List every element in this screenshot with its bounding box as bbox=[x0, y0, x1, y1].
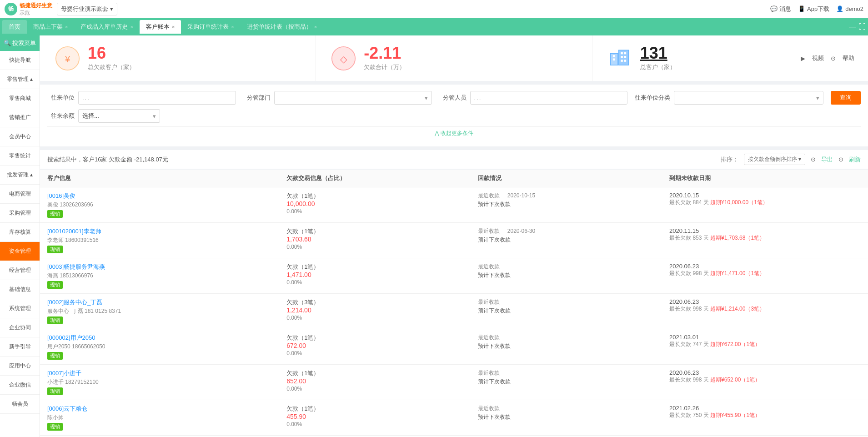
refresh-btn[interactable]: 刷新 bbox=[849, 156, 861, 164]
sidebar-item-quick-nav[interactable]: 快捷导航 bbox=[0, 51, 40, 70]
overdue-days-1: 最长欠款 884 天 超期¥10,000.00（1笔） bbox=[669, 199, 861, 206]
filter-unit-category-select[interactable]: ▾ bbox=[674, 91, 823, 105]
sidebar-item-member-plus[interactable]: 畅会员 bbox=[0, 395, 40, 414]
tab-purchase-stats[interactable]: 进货单统计表（按商品） × bbox=[241, 20, 323, 34]
overdue-amount-6[interactable]: 超期¥652.00（1笔） bbox=[710, 377, 760, 383]
customer-tag-3: 现销 bbox=[47, 281, 63, 289]
debt-cell-6: 欠款（1笔） 652.00 0.00% bbox=[286, 369, 478, 392]
overdue-amount-4[interactable]: 超期¥1,214.00（3笔） bbox=[710, 306, 765, 312]
user-avatar[interactable]: 👤 demo2 bbox=[836, 5, 863, 12]
overdue-amount-3[interactable]: 超期¥1,471.00（1笔） bbox=[710, 270, 765, 276]
sidebar-item-retail-stats[interactable]: 零售统计 bbox=[0, 146, 40, 166]
filter-area: 往来单位 ... 分管部门 ▾ 分管人员 ... bbox=[40, 85, 868, 146]
tab-right-btns: — ⛶ bbox=[849, 23, 866, 31]
sidebar-search[interactable]: 🔍 搜索菜单 bbox=[0, 35, 40, 51]
customer-name-7[interactable]: [0006]云下粮仓 bbox=[47, 405, 87, 412]
filter-balance-select[interactable]: 选择... ▾ bbox=[78, 109, 160, 123]
filter-unit-category: 往来单位分类 ▾ bbox=[635, 91, 823, 105]
table-header: 客户信息 欠款交易信息（占比） 回款情况 到期未收款日期 bbox=[40, 170, 868, 187]
customer-name-5[interactable]: [000002]用户2050 bbox=[47, 334, 95, 341]
tab-home[interactable]: 首页 bbox=[2, 20, 27, 34]
sidebar-item-enterprise[interactable]: 企业协同 bbox=[0, 318, 40, 337]
export-icon: ⊙ bbox=[811, 156, 816, 163]
stat-card-total-debt: ◇ -2.11 欠款合计（万） bbox=[316, 35, 592, 81]
customer-sub-2: 李老师 18600391516 bbox=[47, 236, 286, 244]
view-video-label[interactable]: 视频 bbox=[812, 54, 824, 62]
sidebar-item-purchase[interactable]: 采购管理 bbox=[0, 204, 40, 223]
collapse-bar[interactable]: ⋀ 收起更多条件 bbox=[47, 126, 861, 140]
filter-dept-select[interactable]: ▾ bbox=[274, 91, 432, 105]
customer-name-2[interactable]: [0001020001]李老师 bbox=[47, 228, 101, 235]
sidebar-item-marketing[interactable]: 营销推广 bbox=[0, 108, 40, 127]
tab-minimize-icon[interactable]: — bbox=[849, 23, 856, 31]
recovery-cell-6: 最近收款 预计下次收款 bbox=[478, 369, 669, 386]
sort-select[interactable]: 按欠款金额倒序排序 ▾ bbox=[744, 154, 805, 165]
stat-icon-total-customers bbox=[606, 45, 633, 72]
overdue-days-3: 最长欠款 998 天 超期¥1,471.00（1笔） bbox=[669, 270, 861, 277]
sidebar-item-basic-info[interactable]: 基础信息 bbox=[0, 280, 40, 299]
sidebar-item-retail-mall[interactable]: 零售商城 bbox=[0, 89, 40, 108]
stat-number-total-debt: -2.11 bbox=[364, 45, 578, 61]
app-download-btn[interactable]: 📱 App下载 bbox=[798, 5, 829, 13]
tab-purchase-stats-close[interactable]: × bbox=[314, 24, 317, 30]
next-recovery-4: 预计下次收款 bbox=[478, 307, 669, 315]
sidebar-item-operation[interactable]: 经营管理 bbox=[0, 261, 40, 280]
company-name: 母婴行业演示账套 bbox=[61, 5, 108, 13]
company-selector[interactable]: 母婴行业演示账套 ▾ bbox=[57, 3, 117, 15]
sidebar-item-app-center[interactable]: 应用中心 bbox=[0, 357, 40, 376]
tab-production[interactable]: 产成品入库单历史 × bbox=[74, 20, 139, 34]
stat-card-right: ▶ 视频 ⊙ 帮助 bbox=[801, 54, 854, 62]
recovery-label-2: 最近收款 2020-06-30 bbox=[478, 227, 669, 235]
sidebar-item-finance[interactable]: 资金管理 bbox=[0, 242, 40, 261]
export-btn[interactable]: 导出 bbox=[821, 156, 833, 164]
tab-bar: 首页 商品上下架 × 产成品入库单历史 × 客户账本 × 采购订单统计表 × 进… bbox=[0, 18, 868, 35]
sort-value: 按欠款金额倒序排序 bbox=[748, 156, 797, 162]
overdue-amount-7[interactable]: 超期¥455.90（1笔） bbox=[710, 412, 760, 418]
recovery-label-6: 最近收款 bbox=[478, 369, 669, 377]
help-label[interactable]: 帮助 bbox=[843, 54, 854, 62]
message-btn[interactable]: 💬 消息 bbox=[770, 5, 791, 13]
sidebar-item-enterprise-wechat[interactable]: 企业微信 bbox=[0, 376, 40, 395]
overdue-date-6: 2020.06.23 bbox=[669, 369, 861, 376]
tab-purchase-order-close[interactable]: × bbox=[231, 24, 234, 30]
tab-goods-close[interactable]: × bbox=[65, 24, 68, 30]
debt-amount-3: 1,471.00 bbox=[286, 271, 311, 278]
app-icon: 📱 bbox=[798, 5, 805, 12]
filter-balance: 往来余额 选择... ▾ bbox=[47, 109, 861, 123]
customer-name-1[interactable]: [0016]吴俊 bbox=[47, 192, 75, 199]
top-bar-left: 畅 畅捷通好生意 示范 母婴行业演示账套 ▾ bbox=[5, 2, 117, 16]
search-button[interactable]: 查询 bbox=[831, 91, 861, 105]
customer-name-3[interactable]: [0003]畅捷服务尹海燕 bbox=[47, 263, 105, 270]
balance-value: 选择... bbox=[82, 112, 99, 120]
tab-maximize-icon[interactable]: ⛶ bbox=[858, 23, 866, 31]
sidebar-item-ecommerce[interactable]: 电商管理 bbox=[0, 185, 40, 204]
filter-person-input[interactable]: ... bbox=[470, 91, 628, 105]
tab-goods[interactable]: 商品上下架 × bbox=[27, 20, 74, 34]
customer-sub-6: 小进千 18279152100 bbox=[47, 378, 286, 386]
tab-production-close[interactable]: × bbox=[130, 24, 133, 30]
stat-icon-debtors: ¥ bbox=[54, 45, 81, 72]
view-video-icon: ▶ bbox=[801, 55, 805, 62]
sidebar-item-system[interactable]: 系统管理 bbox=[0, 299, 40, 318]
sidebar-item-inventory[interactable]: 库存核算 bbox=[0, 223, 40, 242]
overdue-amount-1[interactable]: 超期¥10,000.00（1笔） bbox=[710, 199, 768, 206]
svg-rect-5 bbox=[619, 50, 629, 65]
main-content: ¥ 16 总欠款客户（家） ◇ -2.11 欠款合计（ bbox=[40, 35, 868, 437]
avatar-icon: 👤 bbox=[836, 5, 843, 12]
filter-from-unit-input[interactable]: ... bbox=[78, 91, 236, 105]
tab-customer-account[interactable]: 客户账本 × bbox=[140, 20, 181, 34]
customer-name-4[interactable]: [0002]服务中心_丁磊 bbox=[47, 299, 102, 306]
overdue-amount-2[interactable]: 超期¥1,703.68（1笔） bbox=[710, 235, 765, 241]
sidebar-item-member[interactable]: 会员中心 bbox=[0, 127, 40, 146]
tab-customer-account-close[interactable]: × bbox=[172, 24, 175, 30]
results-summary: 搜索结果中，客户16家 欠款金额 -21,148.07元 bbox=[47, 156, 168, 164]
logo-icon: 畅 bbox=[5, 3, 17, 15]
overdue-amount-5[interactable]: 超期¥672.00（1笔） bbox=[710, 341, 760, 347]
tab-purchase-order[interactable]: 采购订单统计表 × bbox=[181, 20, 240, 34]
sidebar-item-newbie[interactable]: 新手引导 bbox=[0, 337, 40, 357]
next-recovery-6: 预计下次收款 bbox=[478, 378, 669, 386]
customer-name-6[interactable]: [0007]小进千 bbox=[47, 370, 81, 377]
tab-customer-account-label: 客户账本 bbox=[146, 23, 170, 31]
sidebar-item-retail-mgmt[interactable]: 零售管理 ▴ bbox=[0, 70, 40, 89]
sidebar-item-wholesale[interactable]: 批发管理 ▴ bbox=[0, 166, 40, 185]
